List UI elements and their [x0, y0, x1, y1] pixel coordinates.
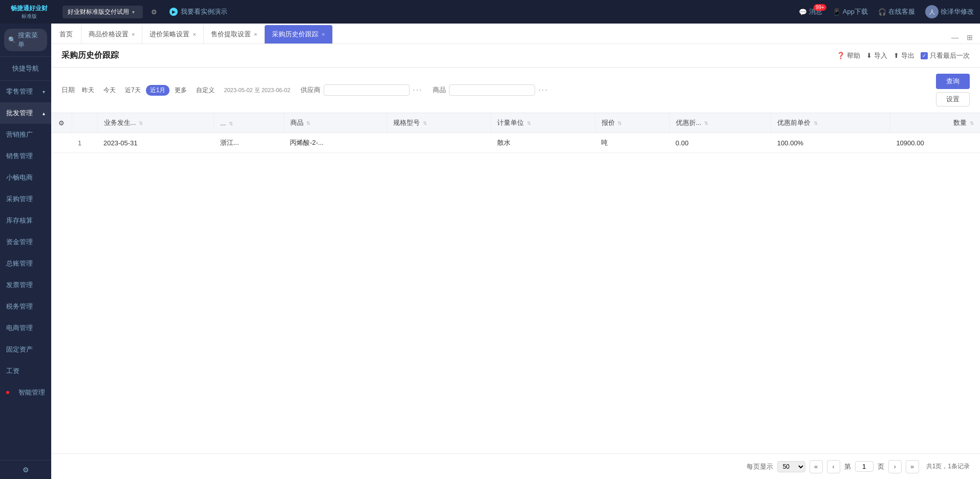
- search-icon: 🔍: [8, 36, 16, 43]
- search-menu-input[interactable]: 🔍 搜索菜单: [4, 29, 47, 51]
- tab-label: 售价提取设置: [211, 30, 251, 39]
- table-row: 1 2023-05-31 浙江... 丙烯酸-2-... 散水 吨 0.00 1…: [51, 133, 980, 153]
- sidebar-item-fixed-assets[interactable]: 固定资产: [0, 339, 51, 360]
- query-button[interactable]: 查询: [936, 74, 970, 89]
- first-page-button[interactable]: «: [809, 460, 823, 473]
- sidebar-item-wholesale[interactable]: 批发管理 ▴: [0, 102, 51, 124]
- app-download-item[interactable]: 📱 App下载: [833, 7, 868, 16]
- col-more[interactable]: ... ⇅: [214, 113, 284, 133]
- date-btn-7days[interactable]: 近7天: [121, 85, 145, 96]
- col-discount[interactable]: 优惠折... ⇅: [669, 113, 771, 133]
- date-btn-1month[interactable]: 近1月: [146, 85, 170, 96]
- message-icon-item[interactable]: 💬 消息 99+: [799, 7, 822, 16]
- col-date[interactable]: 业务发生... ⇅: [97, 113, 214, 133]
- cell-pre-price: 10900.00: [890, 133, 980, 153]
- sidebar-item-sales[interactable]: 销售管理: [0, 145, 51, 167]
- tabs-bar: 首页 商品价格设置 × 进价策略设置 × 售价提取设置 × 采购历史价跟踪 × …: [51, 24, 980, 44]
- sidebar-item-ledger[interactable]: 总账管理: [0, 253, 51, 274]
- sidebar-item-purchase[interactable]: 采购管理: [0, 188, 51, 210]
- sidebar-quick-nav[interactable]: 快捷导航: [0, 57, 51, 81]
- sidebar-item-tax[interactable]: 税务管理: [0, 296, 51, 317]
- col-goods-label: 商品 ⇅: [290, 119, 311, 126]
- sidebar-search[interactable]: 🔍 搜索菜单: [0, 24, 51, 57]
- date-range-display: 2023-05-02 至 2023-06-02: [224, 86, 290, 94]
- export-link[interactable]: ⬆ 导出: [893, 51, 914, 60]
- sidebar-item-retail[interactable]: 零售管理 ▾: [0, 81, 51, 102]
- goods-more-icon[interactable]: ···: [538, 85, 548, 95]
- col-goods[interactable]: 商品 ⇅: [284, 113, 387, 133]
- import-label: 导入: [874, 51, 887, 60]
- sidebar-item-label: 发票管理: [6, 280, 33, 290]
- close-icon[interactable]: ×: [132, 31, 135, 37]
- page-number-input[interactable]: [855, 461, 874, 472]
- date-btn-today[interactable]: 今天: [99, 85, 120, 96]
- date-btn-custom[interactable]: 自定义: [192, 85, 219, 96]
- next-page-button[interactable]: ›: [888, 460, 902, 473]
- tab-goods-price[interactable]: 商品价格设置 ×: [81, 25, 142, 43]
- online-service-item[interactable]: 🎧 在线客服: [878, 7, 915, 16]
- tab-purchase-price[interactable]: 进价策略设置 ×: [142, 25, 203, 43]
- cell-price-unit: 吨: [595, 133, 669, 153]
- sidebar-item-invoice[interactable]: 发票管理: [0, 274, 51, 296]
- per-page-select[interactable]: 50 100 200: [777, 461, 805, 472]
- date-btn-more[interactable]: 更多: [171, 85, 191, 96]
- last-page-button[interactable]: »: [906, 460, 919, 473]
- goods-input[interactable]: [449, 84, 535, 96]
- import-link[interactable]: ⬇ 导入: [866, 51, 887, 60]
- sidebar-item-finance[interactable]: 资金管理: [0, 231, 51, 253]
- close-icon[interactable]: ×: [193, 31, 196, 37]
- cell-more: 浙江...: [214, 133, 284, 153]
- sidebar: 🔍 搜索菜单 快捷导航 零售管理 ▾ 批发管理 ▴ 营销推广: [0, 24, 51, 479]
- close-icon[interactable]: ×: [322, 31, 325, 37]
- col-spec[interactable]: 规格型号 ⇅: [387, 113, 491, 133]
- app-download-icon: 📱: [833, 8, 841, 16]
- sidebar-item-label: 固定资产: [6, 345, 33, 354]
- last-only-checkbox-label[interactable]: ✓ 只看最后一次: [921, 51, 970, 60]
- user-avatar: 人: [925, 5, 939, 18]
- gear-icon[interactable]: ⚙: [58, 119, 65, 127]
- page-content: 采购历史价跟踪 ❓ 帮助 ⬇ 导入 ⬆ 导出: [51, 44, 980, 479]
- col-unit-label: 计量单位 ⇅: [497, 119, 531, 126]
- page-actions: ❓ 帮助 ⬇ 导入 ⬆ 导出 ✓ 只看最后一次: [837, 51, 970, 60]
- sidebar-item-payroll[interactable]: 工资: [0, 360, 51, 382]
- tab-sale-price[interactable]: 售价提取设置 ×: [204, 25, 265, 43]
- total-info: 共1页，1条记录: [926, 462, 970, 471]
- sidebar-item-ecommerce-small[interactable]: 小畅电商: [0, 167, 51, 188]
- sidebar-item-label: 总账管理: [6, 259, 33, 268]
- settings-icon[interactable]: ⚙: [147, 6, 161, 18]
- sidebar-item-label: 智能管理: [18, 388, 45, 397]
- date-btn-yesterday[interactable]: 昨天: [78, 85, 98, 96]
- tab-home[interactable]: 首页: [51, 25, 81, 43]
- cell-price: 0.00: [669, 133, 771, 153]
- sidebar-item-quick-nav[interactable]: 快捷导航: [0, 60, 51, 77]
- user-profile[interactable]: 人 徐泽华修改: [925, 5, 974, 18]
- page-title-row: 采购历史价跟踪 ❓ 帮助 ⬇ 导入 ⬆ 导出: [61, 50, 970, 61]
- app-subtitle: 标准版: [22, 13, 37, 20]
- col-unit[interactable]: 计量单位 ⇅: [491, 113, 595, 133]
- col-price[interactable]: 报价 ⇅: [595, 113, 669, 133]
- minimize-icon[interactable]: —: [949, 31, 961, 43]
- prev-page-button[interactable]: ‹: [827, 460, 840, 473]
- close-icon[interactable]: ×: [254, 31, 257, 37]
- tab-purchase-history[interactable]: 采购历史价跟踪 ×: [265, 25, 332, 43]
- message-badge: 99+: [814, 4, 826, 11]
- col-pre-price[interactable]: 优惠前单价 ⇅: [771, 113, 890, 133]
- version-selector[interactable]: 好业财标准版交付试用 ▾: [62, 6, 143, 18]
- sidebar-item-smart[interactable]: 智能管理: [0, 382, 51, 403]
- col-discount-label: 优惠折... ⇅: [676, 119, 708, 126]
- supplier-more-icon[interactable]: ···: [413, 85, 422, 95]
- per-page-label: 每页显示: [747, 462, 773, 471]
- maximize-icon[interactable]: ⊞: [965, 31, 975, 43]
- supplier-input[interactable]: [324, 84, 410, 96]
- cell-unit: 散水: [491, 133, 595, 153]
- sidebar-gear-icon[interactable]: ⚙: [23, 466, 29, 474]
- col-qty[interactable]: 数量 ⇅: [890, 113, 980, 133]
- setting-button[interactable]: 设置: [936, 92, 970, 106]
- sidebar-item-marketing[interactable]: 营销推广: [0, 124, 51, 145]
- sidebar-item-ecommerce[interactable]: 电商管理: [0, 317, 51, 339]
- table-container: ⚙ 业务发生... ⇅ ... ⇅ 商品 ⇅: [51, 113, 980, 453]
- sidebar-item-inventory[interactable]: 库存核算: [0, 210, 51, 231]
- help-link[interactable]: ❓ 帮助: [837, 51, 860, 60]
- demo-button[interactable]: ▶ 我要看实例演示: [169, 7, 227, 16]
- page-header: 采购历史价跟踪 ❓ 帮助 ⬇ 导入 ⬆ 导出: [51, 44, 980, 68]
